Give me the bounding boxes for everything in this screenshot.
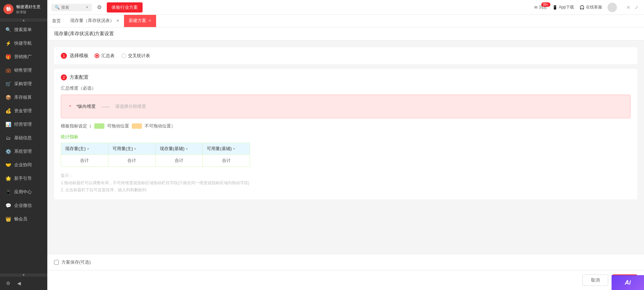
stats-header: 现存量(主) ▾ 可用量(主) ▾ 现存量(基辅) ▾ 可用量(基辅) (61, 143, 250, 154)
dimension-box: * *纵向维度 —— 请选择分组维度 (61, 95, 630, 118)
sidebar-item-base-info[interactable]: 🗂 基础信息 (0, 131, 47, 145)
settings-bottom-icon[interactable]: ⚙ (5, 280, 11, 287)
sidebar-label-inventory: 库存核算 (14, 94, 32, 100)
money-icon: 💰 (5, 107, 11, 114)
stats-cell-2: 合计 (156, 155, 203, 166)
col3-chevron[interactable]: ▾ (233, 147, 235, 151)
col0-chevron[interactable]: ▾ (87, 147, 89, 151)
sidebar-item-app-center[interactable]: 📱 应用中心 (0, 185, 47, 199)
search-box[interactable]: 🔍 ▾ (51, 4, 92, 11)
crown-icon: 👑 (5, 216, 11, 222)
sidebar-label-quick-nav: 快捷导航 (14, 40, 32, 46)
sidebar: 畅 畅捷通好生意 标准版 ▲ 🔍 搜索菜单 ⚡ 快捷导航 🎁 营销推广 💼 销售… (0, 0, 47, 290)
app-name: 畅捷通好生意 (16, 4, 41, 10)
tip-title: 提示： (61, 172, 630, 179)
stats-table: 现存量(主) ▾ 可用量(主) ▾ 现存量(基辅) ▾ 可用量(基辅) (61, 143, 250, 167)
sidebar-label-marketing: 营销推广 (14, 54, 32, 60)
box-icon: 📦 (5, 94, 11, 101)
search-input[interactable] (61, 5, 85, 10)
non-draggable-indicator (132, 123, 142, 129)
save-label: 方案保存(可选) (61, 259, 91, 265)
star-icon: 🌟 (5, 175, 11, 182)
dimension-label: 汇总维度（必选） (61, 85, 630, 91)
close-window-icon[interactable]: ✕ (625, 4, 632, 11)
step2-block: 2 方案配置 汇总维度（必选） * *纵向维度 —— 请选择分组维度 模板指标设… (54, 69, 637, 199)
sidebar-label-app-center: 应用中心 (14, 189, 32, 195)
tab-home[interactable]: 首页 (47, 15, 66, 27)
topbar: 🔍 ▾ ⚙ 体验行业方案 ✉ 消息 99+ 📱 App下载 🎧 在线客服 ✕ (47, 0, 644, 15)
sidebar-label-base-info: 基础信息 (14, 135, 32, 141)
message-button[interactable]: ✉ 消息 99+ (534, 4, 547, 10)
ai-badge[interactable]: Ai (612, 275, 644, 290)
inventory-tab-close-icon[interactable]: ✕ (116, 19, 119, 23)
step1-num: 1 (61, 53, 67, 59)
radio-cross-label: 交叉统计表 (128, 53, 150, 59)
draggable-indicator (94, 123, 104, 129)
user-avatar[interactable] (608, 3, 617, 12)
sidebar-item-quick-nav[interactable]: ⚡ 快捷导航 (0, 37, 47, 50)
sidebar-item-marketing[interactable]: 🎁 营销推广 (0, 50, 47, 64)
app-download-button[interactable]: 📱 App下载 (552, 4, 574, 10)
template-radio-group: 汇总表 交叉统计表 (95, 53, 150, 59)
cancel-button[interactable]: 取消 (583, 274, 608, 286)
step2-num: 2 (61, 74, 67, 80)
sidebar-label-enterprise: 企业协同 (14, 162, 32, 168)
sidebar-item-enterprise[interactable]: 🤝 企业协同 (0, 158, 47, 172)
template-settings-row: 模板指标设定（ 可拖动位置 不可拖动位置） (61, 123, 630, 129)
online-service-button[interactable]: 🎧 在线客服 (579, 4, 602, 10)
chart-icon: 📊 (5, 121, 11, 128)
sidebar-item-system[interactable]: ⚙️ 系统管理 (0, 145, 47, 158)
gift-icon: 🎁 (5, 53, 11, 60)
sidebar-item-search-menu[interactable]: 🔍 搜索菜单 (0, 23, 47, 37)
stats-col-0: 现存量(主) ▾ (61, 143, 108, 154)
briefcase-icon: 💼 (5, 67, 11, 74)
step1-title: 选择模板 (70, 53, 89, 59)
sidebar-label-purchase: 采购管理 (14, 81, 32, 87)
vertical-label: *纵向维度 (76, 103, 96, 110)
expand-icon[interactable]: ⤢ (633, 4, 640, 11)
save-checkbox[interactable] (54, 260, 59, 265)
handshake-icon: 🤝 (5, 162, 11, 168)
sidebar-label-new-guide: 新手引导 (14, 175, 32, 182)
radio-summary-inner (96, 55, 98, 57)
tab-inventory-status[interactable]: 现存量（库存状况表） ✕ (66, 15, 124, 27)
save-option-row: 方案保存(可选) (47, 254, 644, 270)
inventory-tab-label: 现存量（库存状况表） (70, 18, 114, 24)
collapse-icon[interactable]: ◀ (16, 280, 22, 287)
stats-col-1: 可用量(主) ▾ (108, 143, 156, 154)
sidebar-label-membership: 畅会员 (14, 216, 27, 222)
trial-button[interactable]: 体验行业方案 (107, 2, 143, 13)
new-scheme-tab-label: 新建方案 (129, 18, 146, 24)
stats-label: 统计指标 (61, 134, 630, 140)
folder-icon: 🗂 (5, 135, 11, 141)
sidebar-item-operation[interactable]: 📊 经营管理 (0, 118, 47, 131)
step1-block: 1 选择模板 汇总表 交叉统计表 (54, 47, 637, 64)
sidebar-item-wechat[interactable]: 💬 企业微信 (0, 199, 47, 212)
form-container: 1 选择模板 汇总表 交叉统计表 (47, 41, 644, 254)
stats-col-3: 可用量(基辅) ▾ (203, 143, 250, 154)
sidebar-item-finance[interactable]: 💰 资金管理 (0, 104, 47, 118)
radio-summary[interactable]: 汇总表 (95, 53, 115, 59)
tab-new-scheme[interactable]: 新建方案 ✕ (124, 15, 156, 27)
headset-icon: 🎧 (579, 5, 585, 10)
sidebar-item-inventory[interactable]: 📦 库存核算 (0, 91, 47, 104)
sidebar-item-sales[interactable]: 💼 销售管理 (0, 64, 47, 77)
radio-cross[interactable]: 交叉统计表 (121, 53, 150, 59)
topbar-settings-icon[interactable]: ⚙ (95, 3, 104, 12)
col1-chevron[interactable]: ▾ (134, 147, 136, 151)
sidebar-item-membership[interactable]: 👑 畅会员 (0, 212, 47, 226)
footer-bar: 取消 查询 (47, 270, 644, 290)
sidebar-item-purchase[interactable]: 🛒 采购管理 (0, 77, 47, 91)
radio-cross-circle (121, 53, 126, 58)
window-controls: ✕ ⤢ (625, 4, 640, 11)
sidebar-item-new-guide[interactable]: 🌟 新手引导 (0, 172, 47, 185)
message-icon: ✉ (534, 5, 538, 10)
col2-label: 现存量(基辅) (160, 146, 185, 152)
sidebar-bottom: ⚙ ◀ (0, 276, 47, 290)
message-badge: 99+ (541, 2, 550, 7)
topbar-right: ✉ 消息 99+ 📱 App下载 🎧 在线客服 ✕ ⤢ (534, 3, 640, 12)
app-version: 标准版 (16, 10, 41, 15)
chevron-down-icon: ▾ (86, 5, 88, 9)
new-scheme-tab-close-icon[interactable]: ✕ (148, 19, 151, 23)
col2-chevron[interactable]: ▾ (186, 147, 188, 151)
